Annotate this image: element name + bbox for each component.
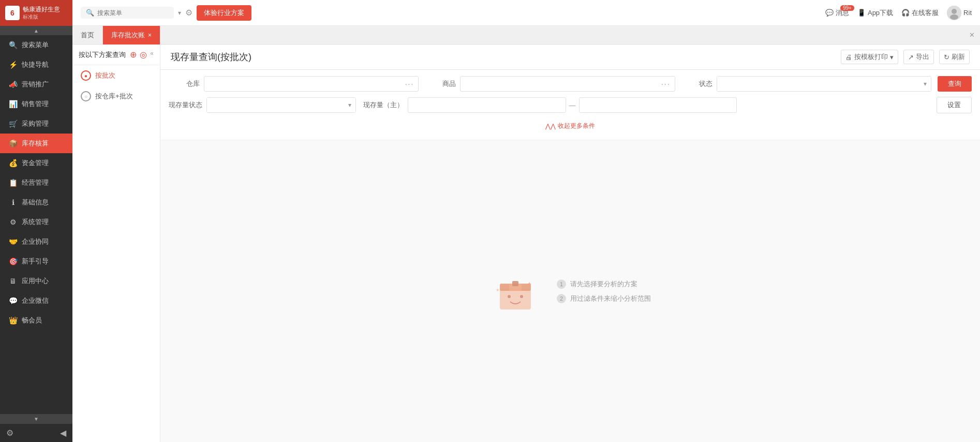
member-icon: 👑: [8, 316, 18, 325]
footer-collapse-icon[interactable]: ◀: [60, 428, 66, 438]
sidebar-item-purchase[interactable]: 🛒 采购管理: [0, 114, 72, 134]
svg-point-8: [520, 295, 523, 298]
filter-row-2: 现存量状态 ▾ 现存量（主） —: [169, 97, 972, 113]
sidebar-item-operations[interactable]: 📋 经营管理: [0, 173, 72, 193]
sidebar-brand: 畅康通好生意 标准版: [23, 5, 60, 21]
topbar-search-box[interactable]: 🔍: [81, 7, 174, 19]
empty-state: ✦ ★ 1 请先选择要分析的方案 2 用过滤条件来缩小分析范围: [160, 140, 980, 442]
collapse-bar[interactable]: ⋀⋀ 收起更多条件: [169, 119, 972, 134]
finance-icon: 💰: [8, 158, 18, 168]
refresh-button[interactable]: ↻ 刷新: [939, 50, 970, 64]
svg-point-2: [950, 14, 958, 20]
collapse-panel-icon[interactable]: «: [150, 50, 154, 60]
inventory-status-select[interactable]: [207, 98, 355, 112]
right-panel: 现存量查询(按批次) 🖨 按模板打印 ▾ ↗ 导出 ↻ 刷新: [160, 45, 980, 442]
filter-inventory-status: 现存量状态 ▾: [169, 97, 356, 113]
main-area: 🔍 ▾ ⚙ 体验行业方案 💬 消息 99+ 📱 App下载 🎧 在线客服: [72, 0, 980, 442]
service-icon: 🎧: [901, 9, 910, 17]
guide-icon: 🎯: [8, 257, 18, 266]
sidebar-scroll-up[interactable]: ▲: [0, 26, 72, 35]
sidebar-item-wechat[interactable]: 💬 企业微信: [0, 291, 72, 311]
export-button[interactable]: ↗ 导出: [903, 50, 934, 64]
sidebar-header: 6 畅康通好生意 标准版: [0, 0, 72, 26]
tab-expand-button[interactable]: ✕: [964, 31, 980, 39]
app-download-icon: 📱: [857, 9, 866, 17]
filter-area: 仓库 ··· 商品 ···: [160, 70, 980, 140]
svg-point-7: [508, 295, 511, 298]
page-content: 按以下方案查询 ⊕ ◎ « ● 按批次 ○ 按仓库+批次: [72, 45, 980, 442]
message-icon: 💬: [825, 9, 834, 17]
qty-min-input[interactable]: [408, 97, 566, 113]
query-button[interactable]: 查询: [938, 76, 972, 92]
topbar-chevron-icon[interactable]: ▾: [178, 9, 181, 17]
filter-product: 商品 ···: [425, 76, 675, 92]
topbar-search-input[interactable]: [97, 9, 159, 17]
print-icon: 🖨: [845, 53, 852, 61]
sidebar-scroll-down[interactable]: ▼: [0, 414, 72, 423]
sidebar-item-member[interactable]: 👑 畅会员: [0, 311, 72, 330]
scheme-inactive-dot: ○: [81, 91, 91, 101]
filter-row-1: 仓库 ··· 商品 ···: [169, 76, 972, 92]
sidebar-item-inventory-label: 库存核算: [22, 139, 49, 148]
product-input-box[interactable]: ···: [460, 76, 675, 92]
warehouse-input-box[interactable]: ···: [204, 76, 419, 92]
system-icon: ⚙: [8, 217, 18, 227]
sidebar-item-finance[interactable]: 💰 资金管理: [0, 153, 72, 173]
sidebar-item-sales[interactable]: 📊 销售管理: [0, 94, 72, 114]
add-scheme-icon[interactable]: ⊕: [130, 50, 137, 60]
status-select[interactable]: [717, 77, 931, 91]
sidebar-item-collab[interactable]: 🤝 企业协同: [0, 232, 72, 252]
settings-scheme-icon[interactable]: ◎: [140, 50, 147, 60]
status-select-wrapper: ▾: [717, 76, 931, 92]
messages-button[interactable]: 💬 消息 99+: [825, 8, 849, 18]
tab-home[interactable]: 首页: [72, 26, 103, 45]
sidebar-item-finance-label: 资金管理: [22, 158, 49, 168]
print-chevron-icon: ▾: [890, 53, 894, 61]
left-panel-items: ● 按批次 ○ 按仓库+批次: [72, 65, 160, 442]
sidebar-item-search-label: 搜索菜单: [22, 40, 49, 50]
sidebar-item-baseinfo-label: 基础信息: [22, 198, 49, 207]
scheme-active-dot: ●: [81, 70, 91, 81]
filter-inventory-qty: 现存量（主） —: [362, 97, 737, 113]
scheme-item-warehouse-batch[interactable]: ○ 按仓库+批次: [72, 86, 160, 107]
sidebar-item-system[interactable]: ⚙ 系统管理: [0, 212, 72, 232]
inventory-icon: 📦: [8, 139, 18, 148]
sidebar-item-marketing[interactable]: 📣 营销推广: [0, 75, 72, 94]
sidebar-item-baseinfo[interactable]: ℹ 基础信息: [0, 193, 72, 212]
warehouse-dots-icon[interactable]: ···: [405, 80, 414, 88]
sidebar-item-guide[interactable]: 🎯 新手引导: [0, 252, 72, 271]
empty-illustration: ✦ ★: [489, 266, 541, 317]
user-profile-button[interactable]: Rit: [947, 6, 972, 20]
product-dots-icon[interactable]: ···: [661, 80, 671, 88]
sidebar-item-search[interactable]: 🔍 搜索菜单: [0, 35, 72, 55]
print-template-button[interactable]: 🖨 按模板打印 ▾: [841, 50, 898, 64]
footer-settings-icon[interactable]: ⚙: [6, 428, 13, 438]
online-service-button[interactable]: 🎧 在线客服: [901, 8, 939, 18]
topbar-gear-icon[interactable]: ⚙: [185, 8, 192, 18]
sidebar-item-sales-label: 销售管理: [22, 99, 49, 109]
hint-text-2: 用过滤条件来缩小分析范围: [570, 294, 651, 303]
left-panel-title: 按以下方案查询: [79, 50, 126, 60]
sidebar-item-quicknav[interactable]: ⚡ 快捷导航: [0, 55, 72, 75]
empty-text: 1 请先选择要分析的方案 2 用过滤条件来缩小分析范围: [557, 279, 651, 303]
user-name: Rit: [963, 9, 972, 17]
sidebar-item-appcenter[interactable]: 🖥 应用中心: [0, 271, 72, 291]
sidebar-item-collab-label: 企业协同: [22, 237, 49, 246]
scheme-warehouse-batch-label: 按仓库+批次: [95, 92, 133, 101]
qty-max-input[interactable]: [579, 97, 737, 113]
settings-button[interactable]: 设置: [937, 97, 972, 113]
tab-close-icon[interactable]: ×: [148, 32, 152, 39]
svg-text:✦: ✦: [527, 281, 532, 288]
sidebar-footer: ⚙ ◀: [0, 423, 72, 442]
trial-industry-button[interactable]: 体验行业方案: [197, 5, 251, 21]
inventory-status-wrapper: ▾: [206, 97, 356, 113]
sidebar-logo: 6: [5, 6, 20, 20]
tab-inventory-batch[interactable]: 库存批次账 ×: [103, 26, 160, 45]
sidebar-item-inventory[interactable]: 📦 库存核算: [0, 134, 72, 153]
svg-text:★: ★: [496, 288, 499, 292]
scheme-item-batch[interactable]: ● 按批次: [72, 65, 160, 86]
app-download-button[interactable]: 📱 App下载: [857, 8, 893, 18]
tabbar: 首页 库存批次账 × ✕: [72, 26, 980, 45]
refresh-icon: ↻: [944, 53, 949, 61]
export-icon: ↗: [908, 53, 914, 61]
